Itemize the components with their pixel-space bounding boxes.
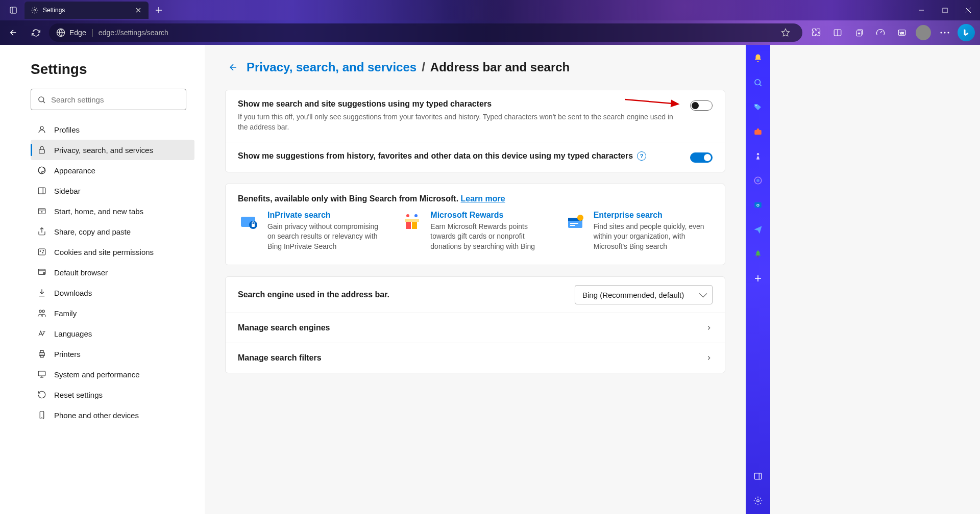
search-engine-dropdown[interactable]: Bing (Recommended, default) bbox=[575, 285, 713, 304]
breadcrumb: Privacy, search, and services / Address … bbox=[225, 59, 725, 75]
nav-default-browser[interactable]: Default browser bbox=[31, 262, 194, 282]
manage-search-engines-link[interactable]: Manage search engines bbox=[226, 313, 725, 343]
settings-search-box[interactable] bbox=[31, 89, 186, 110]
breadcrumb-back-button[interactable] bbox=[225, 59, 241, 75]
nav-downloads[interactable]: Downloads bbox=[31, 282, 194, 303]
vx-icon[interactable]: VX bbox=[892, 23, 912, 42]
toggle-search-suggestions[interactable] bbox=[690, 100, 713, 111]
benefit-title[interactable]: Microsoft Rewards bbox=[430, 211, 549, 220]
close-tab-icon[interactable] bbox=[134, 6, 142, 14]
collections-icon[interactable] bbox=[849, 23, 869, 42]
window-titlebar: Settings bbox=[0, 0, 980, 20]
benefit-desc: Earn Microsoft Rewards points towards gi… bbox=[430, 222, 549, 252]
edge-sidebar-rail: O bbox=[746, 45, 770, 514]
site-identity[interactable]: Edge bbox=[56, 28, 86, 37]
benefit-title[interactable]: Enterprise search bbox=[594, 211, 713, 220]
nav-reset[interactable]: Reset settings bbox=[31, 384, 194, 405]
breadcrumb-current: Address bar and search bbox=[430, 60, 570, 74]
toggle-local-suggestions[interactable] bbox=[690, 152, 713, 163]
svg-line-24 bbox=[43, 101, 45, 103]
svg-text:VX: VX bbox=[900, 32, 904, 35]
rail-briefcase-icon[interactable] bbox=[751, 124, 765, 139]
rail-office-icon[interactable] bbox=[751, 173, 765, 188]
split-screen-icon[interactable] bbox=[828, 23, 847, 42]
url-text: edge://settings/search bbox=[99, 29, 168, 37]
address-bar[interactable]: Edge | edge://settings/search bbox=[49, 23, 802, 42]
performance-icon[interactable] bbox=[871, 23, 890, 42]
nav-family[interactable]: Family bbox=[31, 303, 194, 323]
setting-suggestions-desc: If you turn this off, you'll only see su… bbox=[238, 112, 680, 133]
nav-privacy[interactable]: Privacy, search, and services bbox=[31, 140, 194, 160]
search-engine-card: Search engine used in the address bar. B… bbox=[225, 276, 725, 373]
nav-printers[interactable]: Printers bbox=[31, 344, 194, 364]
svg-rect-56 bbox=[252, 224, 255, 227]
more-menu-icon[interactable] bbox=[935, 23, 954, 42]
family-icon bbox=[37, 308, 47, 318]
svg-text:O: O bbox=[756, 203, 760, 208]
manage-search-filters-link[interactable]: Manage search filters bbox=[226, 343, 725, 373]
favorite-star-icon[interactable] bbox=[776, 23, 795, 42]
reset-icon bbox=[37, 390, 47, 400]
nav-share[interactable]: Share, copy and paste bbox=[31, 221, 194, 242]
minimize-button[interactable] bbox=[910, 0, 933, 20]
nav-languages[interactable]: Languages bbox=[31, 323, 194, 344]
inprivate-icon bbox=[238, 211, 260, 233]
nav-cookies[interactable]: Cookies and site permissions bbox=[31, 242, 194, 262]
tab-title: Settings bbox=[43, 7, 65, 14]
rail-tag-icon[interactable] bbox=[751, 100, 765, 114]
benefit-title[interactable]: InPrivate search bbox=[267, 211, 386, 220]
svg-marker-12 bbox=[782, 29, 790, 36]
svg-point-23 bbox=[39, 96, 44, 101]
nav-appearance[interactable]: Appearance bbox=[31, 160, 194, 181]
bing-chat-button[interactable] bbox=[957, 23, 976, 42]
nav-system[interactable]: System and performance bbox=[31, 364, 194, 384]
rail-settings-icon[interactable] bbox=[751, 494, 765, 508]
svg-point-20 bbox=[940, 32, 942, 33]
rail-search-icon[interactable] bbox=[751, 75, 765, 90]
svg-point-2 bbox=[34, 9, 36, 11]
learn-more-link[interactable]: Learn more bbox=[461, 194, 505, 203]
refresh-button[interactable] bbox=[27, 23, 45, 42]
tab-actions-icon[interactable] bbox=[4, 1, 22, 19]
nav-start[interactable]: Start, home, and new tabs bbox=[31, 201, 194, 221]
svg-rect-79 bbox=[754, 473, 762, 479]
browser-tab[interactable]: Settings bbox=[24, 2, 149, 19]
rail-outlook-icon[interactable]: O bbox=[751, 198, 765, 212]
search-engine-label: Search engine used in the address bar. bbox=[238, 290, 575, 299]
svg-rect-59 bbox=[405, 219, 419, 222]
help-icon[interactable]: ? bbox=[637, 151, 646, 161]
nav-phone[interactable]: Phone and other devices bbox=[31, 405, 194, 425]
back-button[interactable] bbox=[4, 23, 22, 42]
newtab-icon bbox=[37, 206, 47, 216]
rail-tree-icon[interactable] bbox=[751, 247, 765, 261]
extensions-icon[interactable] bbox=[806, 23, 826, 42]
rail-panel-icon[interactable] bbox=[751, 469, 765, 483]
benefit-rewards: Microsoft Rewards Earn Microsoft Rewards… bbox=[401, 211, 549, 252]
svg-rect-57 bbox=[406, 221, 411, 229]
new-tab-button[interactable] bbox=[151, 2, 167, 18]
svg-point-25 bbox=[40, 126, 43, 130]
sidebar-icon bbox=[37, 186, 47, 196]
svg-rect-35 bbox=[38, 249, 45, 255]
nav-profiles[interactable]: Profiles bbox=[31, 119, 194, 140]
svg-point-71 bbox=[757, 153, 760, 156]
sidebar-title: Settings bbox=[31, 61, 194, 78]
rail-pawn-icon[interactable] bbox=[751, 149, 765, 163]
rail-send-icon[interactable] bbox=[751, 222, 765, 237]
svg-rect-45 bbox=[40, 350, 43, 353]
rail-bell-icon[interactable] bbox=[751, 51, 765, 65]
svg-point-21 bbox=[944, 32, 945, 33]
benefits-heading: Benefits, available only with Bing Searc… bbox=[226, 184, 725, 211]
close-window-button[interactable] bbox=[957, 0, 980, 20]
setting-suggestions-title: Show me search and site suggestions usin… bbox=[238, 99, 680, 109]
search-input[interactable] bbox=[51, 95, 180, 104]
browser-icon bbox=[37, 267, 47, 277]
rail-add-icon[interactable] bbox=[751, 271, 765, 286]
svg-point-67 bbox=[755, 80, 761, 85]
svg-point-43 bbox=[42, 310, 45, 313]
breadcrumb-parent-link[interactable]: Privacy, search, and services bbox=[247, 60, 416, 74]
profile-avatar[interactable] bbox=[914, 23, 933, 42]
nav-sidebar[interactable]: Sidebar bbox=[31, 181, 194, 201]
svg-rect-50 bbox=[40, 412, 44, 419]
maximize-button[interactable] bbox=[933, 0, 957, 20]
